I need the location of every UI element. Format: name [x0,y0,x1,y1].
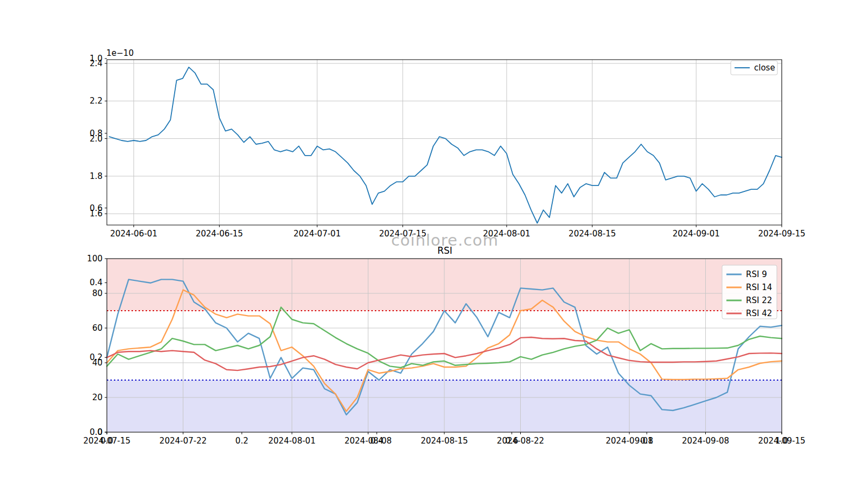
y-tick-label: 2.2 [90,96,103,106]
x-tick-label: 2024-06-15 [196,229,243,239]
figure-x-tick-label: 0.4 [371,436,384,446]
rsi9-legend-label: RSI 9 [746,269,767,279]
rsi-legend: RSI 9 RSI 14 RSI 22 RSI 42 [722,265,777,319]
x-tick-label: 2024-08-01 [269,436,316,446]
y-tick-label: 100 [87,254,103,264]
figure-y-tick-label: 1.0 [90,54,103,63]
x-tick-label: 2024-09-08 [682,436,729,446]
price-chart: 2024-06-012024-06-152024-07-012024-07-15… [90,59,805,239]
x-tick-label: 2024-08-22 [497,436,544,446]
x-tick-label: 2024-08-15 [420,436,468,446]
figure-x-tick-label: 0.0 [100,436,113,446]
figure-y-tick-label: 0.8 [90,129,103,138]
y-tick-label: 60 [92,323,103,333]
figure-y-tick-label: 0.6 [90,203,103,213]
figure-x-tick-label: 1.0 [775,436,788,446]
figure-x-tick-label: 0.6 [505,436,518,446]
close-legend: close [731,61,777,75]
x-tick-label: 2024-07-22 [159,436,207,446]
figure-x-tick-label: 0.2 [235,436,248,446]
rsi22-legend-label: RSI 22 [746,296,772,305]
close-legend-label: close [754,63,775,73]
figure: 2024-07-152024-07-222024-08-012024-08-08… [0,0,868,488]
figure-y-tick-label: 0.2 [90,352,103,362]
x-tick-label: 2024-09-15 [758,229,805,239]
y-tick-label: 80 [92,288,103,298]
rsi42-legend-label: RSI 42 [746,309,772,318]
series-close [110,67,782,223]
figure-x-tick-label: 0.8 [640,436,653,446]
rsi-chart: 2024-07-152024-07-222024-08-012024-08-08… [83,254,805,446]
rsi14-legend-label: RSI 14 [746,282,772,292]
y-tick-label: 20 [92,393,103,402]
figure-y-tick-label: 0.4 [90,278,103,287]
rsi-chart-title: RSI [304,245,586,256]
x-tick-label: 2024-08-08 [344,436,392,446]
x-tick-label: 2024-09-01 [673,229,720,239]
y-tick-label: 1.8 [90,171,103,181]
y-axis-offset-label: 1e−10 [106,48,133,58]
x-tick-label: 2024-06-01 [110,229,157,239]
